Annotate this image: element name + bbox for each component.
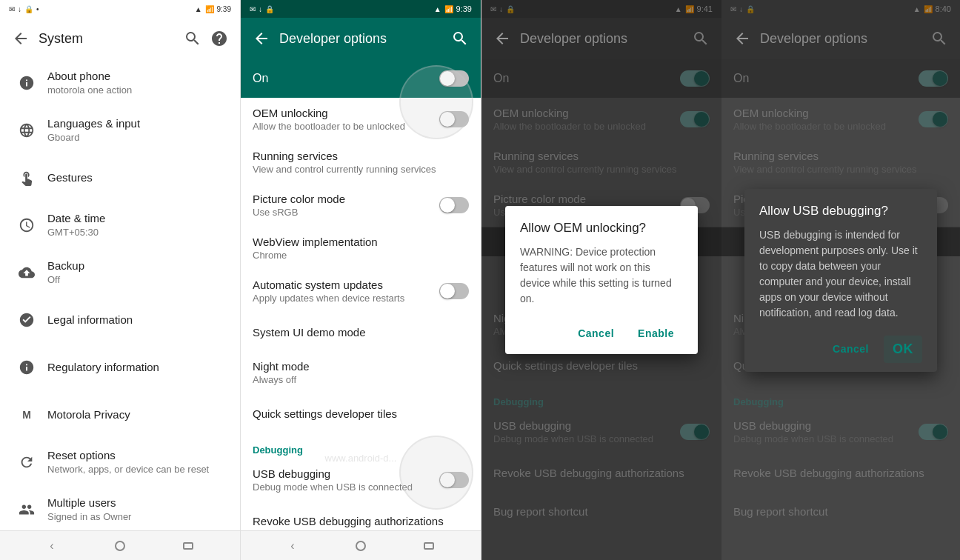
oem-dialog: Allow OEM unlocking? WARNING: Device pro… — [505, 206, 698, 354]
multiuser-icon — [12, 495, 41, 524]
sys-icons-mid: ▲ 📶 9:39 — [434, 4, 472, 13]
time-left: 9:39 — [217, 5, 231, 13]
nav-back-icon-mid: ‹ — [290, 539, 294, 553]
usbdebug-toggle[interactable] — [439, 472, 469, 488]
webview-text: WebView implementation Chrome — [253, 236, 378, 261]
backup-text: Backup Off — [47, 259, 228, 287]
sidebar-item-legal[interactable]: Legal information — [0, 296, 240, 344]
search-button-left[interactable] — [184, 30, 201, 47]
dev-item-picturecolor[interactable]: Picture color mode Use sRGB — [241, 184, 481, 227]
sidebar-item-datetime[interactable]: Date & time GMT+05:30 — [0, 201, 240, 249]
nav-recent-mid[interactable] — [417, 539, 441, 553]
regulatory-icon — [12, 353, 41, 382]
dev-item-usbdebug[interactable]: USB debugging Debug mode when USB is con… — [241, 459, 481, 501]
autoupdate-toggle[interactable] — [439, 283, 469, 299]
system-icons: ▲ 📶 9:39 — [195, 5, 231, 13]
nav-recent-icon-left — [183, 542, 193, 550]
wifi-icon-mid: ▲ — [434, 5, 441, 13]
toolbar-mid: Developer options — [241, 18, 481, 59]
webview-subtitle: Chrome — [253, 250, 378, 261]
usb-dialog-overlay[interactable]: Allow USB debugging? USB debugging is in… — [721, 0, 960, 560]
sidebar-item-motorola[interactable]: M Motorola Privacy — [0, 391, 240, 439]
datetime-subtitle: GMT+05:30 — [47, 227, 228, 239]
oem-dialog-title: Allow OEM unlocking? — [520, 221, 683, 236]
running-subtitle: View and control currently running servi… — [253, 164, 436, 175]
autoupdate-subtitle: Apply updates when device restarts — [253, 293, 404, 304]
oem-dialog-cancel-button[interactable]: Cancel — [569, 321, 623, 345]
about-icon — [12, 68, 41, 98]
nav-recent-left[interactable] — [176, 539, 200, 553]
nav-home-mid[interactable] — [349, 539, 373, 553]
sidebar-item-reset[interactable]: Reset options Network, apps, or device c… — [0, 439, 240, 486]
nav-home-left[interactable] — [108, 539, 132, 553]
autoupdate-toggle-knob — [440, 284, 455, 299]
oem-title: OEM unlocking — [253, 107, 405, 119]
notif-icons-mid: ✉ ↓ 🔒 — [250, 5, 274, 13]
sidebar-item-gestures[interactable]: Gestures — [0, 154, 240, 201]
backup-icon — [12, 258, 41, 287]
notification-icons: ✉ ↓ 🔒 • — [9, 5, 39, 13]
sidebar-item-regulatory[interactable]: Regulatory information — [0, 344, 240, 391]
search-button-mid[interactable] — [451, 30, 469, 47]
dot-icon: • — [36, 5, 39, 13]
nightmode-title: Night mode — [253, 360, 310, 373]
dev-item-running[interactable]: Running services View and control curren… — [241, 141, 481, 184]
developer-toggle[interactable] — [439, 70, 469, 87]
backup-title: Backup — [47, 259, 228, 273]
sms-icon: ✉ — [9, 5, 15, 13]
right-panels-wrapper: ✉ ↓ 🔒 ▲ 📶 9:41 Developer options — [481, 0, 960, 560]
back-button-mid[interactable] — [253, 30, 270, 47]
usb-dialog-cancel-button[interactable]: Cancel — [824, 336, 878, 363]
regulatory-title: Regulatory information — [47, 360, 228, 375]
sidebar-item-about[interactable]: About phone motorola one action — [0, 59, 240, 107]
toolbar-left: System — [0, 18, 240, 59]
dev-item-webview[interactable]: WebView implementation Chrome — [241, 227, 481, 270]
legal-icon — [12, 305, 41, 335]
dev-item-revokeusb[interactable]: Revoke USB debugging authorizations — [241, 501, 481, 530]
dev-item-qstiles[interactable]: Quick settings developer tiles — [241, 394, 481, 433]
about-text: About phone motorola one action — [47, 69, 228, 97]
nav-home-icon-left — [115, 541, 125, 551]
oem-dialog-enable-button[interactable]: Enable — [629, 321, 683, 345]
picturecolor-subtitle: Use sRGB — [253, 207, 345, 218]
languages-icon — [12, 116, 41, 145]
nav-back-left[interactable]: ‹ — [40, 539, 64, 553]
running-title: Running services — [253, 150, 436, 162]
languages-text: Languages & input Gboard — [47, 116, 228, 144]
dev-item-nightmode[interactable]: Night mode Always off — [241, 351, 481, 394]
datetime-title: Date & time — [47, 211, 228, 226]
picturecolor-text: Picture color mode Use sRGB — [253, 193, 345, 218]
uidemo-title: System UI demo mode — [253, 326, 366, 339]
running-text: Running services View and control curren… — [253, 150, 436, 175]
oem-toggle[interactable] — [439, 111, 469, 127]
oem-dialog-overlay[interactable]: Allow OEM unlocking? WARNING: Device pro… — [481, 0, 721, 560]
lock-icon: 🔒 — [24, 5, 33, 13]
nav-back-icon-left: ‹ — [50, 539, 53, 553]
uidemo-text: System UI demo mode — [253, 326, 366, 339]
dev-item-oem[interactable]: OEM unlocking Allow the bootloader to be… — [241, 98, 481, 141]
dev-item-uidemo[interactable]: System UI demo mode — [241, 313, 481, 351]
picturecolor-toggle-knob — [440, 198, 455, 213]
toolbar-title-left: System — [39, 31, 175, 47]
motorola-title: Motorola Privacy — [47, 407, 228, 422]
legal-title: Legal information — [47, 313, 228, 327]
nav-back-mid[interactable]: ‹ — [281, 539, 304, 553]
sidebar-item-backup[interactable]: Backup Off — [0, 249, 240, 296]
usb-dialog-body: USB debugging is intended for developmen… — [759, 227, 922, 321]
autoupdate-text: Automatic system updates Apply updates w… — [253, 279, 404, 304]
sidebar-item-languages[interactable]: Languages & input Gboard — [0, 107, 240, 154]
usb-dialog: Allow USB debugging? USB debugging is in… — [744, 189, 937, 372]
dev-item-autoupdate[interactable]: Automatic system updates Apply updates w… — [241, 270, 481, 313]
help-button-left[interactable] — [210, 30, 228, 47]
regulatory-text: Regulatory information — [47, 360, 228, 375]
usb-dialog-ok-button[interactable]: OK — [884, 336, 922, 363]
nav-home-icon-mid — [356, 541, 366, 551]
developer-on-off-row[interactable]: On — [241, 59, 481, 98]
backup-subtitle: Off — [47, 274, 228, 287]
nav-recent-icon-mid — [424, 542, 434, 550]
lock-icon-mid: 🔒 — [265, 5, 274, 13]
download-icon-mid: ↓ — [259, 5, 262, 13]
back-button-left[interactable] — [12, 30, 30, 47]
picturecolor-toggle[interactable] — [439, 197, 469, 213]
sidebar-item-multiuser[interactable]: Multiple users Signed in as Owner — [0, 486, 240, 530]
